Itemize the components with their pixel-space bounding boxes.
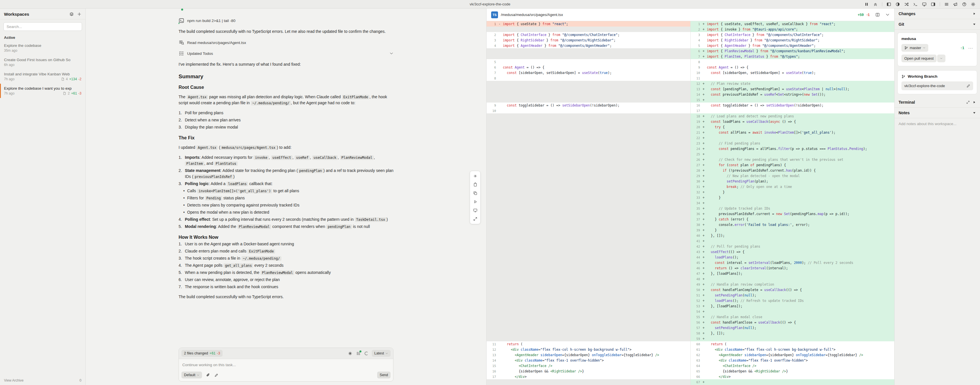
workspace-search-input[interactable]: Search... xyxy=(3,22,82,31)
version-dropdown[interactable]: Latest xyxy=(372,350,391,357)
shuffle-icon[interactable] xyxy=(904,2,909,6)
chevron-down-icon[interactable] xyxy=(885,13,890,17)
expand-icon[interactable] xyxy=(473,217,477,221)
actions-burst-icon[interactable] xyxy=(348,351,352,356)
diff-line xyxy=(487,243,690,249)
terminal-section-header[interactable]: Terminal xyxy=(894,97,980,108)
diff-line: 57+ setPendingPlan(null); xyxy=(690,325,894,331)
inline-code: ExitPlanMode xyxy=(342,95,370,99)
numbered-list: 1.User is on the Agent page with a Docke… xyxy=(178,241,393,290)
help-icon[interactable] xyxy=(962,2,967,6)
diff-line: 4import { RightSidebar } from "@/compone… xyxy=(690,37,894,43)
diff-line: 11 xyxy=(690,75,894,81)
contrast-icon[interactable] xyxy=(896,2,900,6)
add-workspace-icon[interactable] xyxy=(77,12,81,16)
inline-code: PlanItem xyxy=(185,161,204,166)
workspace-title: Create Good First Issues on Github So xyxy=(4,58,81,62)
read-icon xyxy=(178,40,184,45)
diff-line: 19+ const loadPlans = useCallback(async … xyxy=(690,119,894,124)
diff-line: 56+ const handlePlanClose = useCallback(… xyxy=(690,320,894,325)
collapse-icon[interactable] xyxy=(473,174,477,178)
copy-icon[interactable] xyxy=(473,191,477,196)
play-icon[interactable] xyxy=(473,200,477,204)
workspace-item[interactable]: Explore the codebase35m ago xyxy=(0,41,86,55)
list-item: 1.Imports: Added necessary imports for i… xyxy=(178,154,393,167)
tool-call-row[interactable]: Read medusa/src/pages/Agent.tsx xyxy=(178,40,393,45)
diff-line: 11 return ( xyxy=(487,341,690,347)
diff-line xyxy=(487,130,690,135)
files-changed-chip[interactable]: 2 files changed +61 -3 xyxy=(181,350,223,357)
more-options-icon[interactable]: ··· xyxy=(968,46,973,50)
diff-line: 27+ for (const plan of pendingPlans) { xyxy=(690,162,894,168)
git-section-header[interactable]: Git xyxy=(894,19,980,30)
diff-line: 6const Agent = () => { xyxy=(487,65,690,70)
terminal-icon xyxy=(178,18,184,24)
changes-section-header[interactable]: Changes xyxy=(894,9,980,19)
list-item: 3.The hook script creates a file in ~/.m… xyxy=(178,255,393,261)
expand-icon[interactable] xyxy=(966,100,970,104)
inline-code: useEffect xyxy=(271,155,293,160)
megaphone-icon[interactable] xyxy=(953,2,958,6)
pause-icon[interactable] xyxy=(864,2,869,6)
divider xyxy=(882,2,882,6)
clipboard-icon[interactable] xyxy=(473,183,477,187)
diff-line: 42+ // Poll for pending plans xyxy=(690,243,894,249)
notes-input[interactable]: Add notes about this workspace... xyxy=(894,118,980,129)
diff-line: 16 {sidebarOpen && <RightSidebar />} xyxy=(487,368,690,374)
archive-count: 0 xyxy=(80,379,81,382)
notes-section-header[interactable]: Notes xyxy=(894,108,980,118)
monitor-icon[interactable] xyxy=(473,208,477,213)
diff-line: 46+ return () => clearInterval(interval)… xyxy=(690,265,894,271)
triangle-right-icon xyxy=(972,12,976,16)
panel-left-icon[interactable] xyxy=(886,2,891,6)
diff-line: 50+ const handlePlanComplete = useCallba… xyxy=(690,287,894,293)
diff-line: 30+ setPendingPlan(plan); xyxy=(690,178,894,184)
gear-icon[interactable] xyxy=(971,2,975,6)
chevrons-up-icon[interactable] xyxy=(873,2,878,6)
working-branch-field[interactable]: vk/3ccf-explore-the-code xyxy=(901,81,973,90)
open-pull-request-button[interactable]: Open pull request xyxy=(901,54,937,62)
titlebar-actions xyxy=(864,2,980,6)
workspace-item[interactable]: Create Good First Issues on Github So6h … xyxy=(0,55,86,69)
send-button[interactable]: Send xyxy=(377,372,391,379)
edit-pen-icon[interactable] xyxy=(214,373,219,377)
diff-line: 15+ xyxy=(690,97,894,103)
list-item: 1.Poll for pending plans xyxy=(178,110,393,116)
chat-paragraph: I've implemented the fix. Here's a summa… xyxy=(178,61,393,67)
list-item: 5.When a new pending plan is detected, t… xyxy=(178,270,393,275)
workspace-item[interactable]: Explore the codebase I want you to exp7h… xyxy=(0,84,86,98)
workspace-item[interactable]: Install and integrate Vibe Kanban Web7h … xyxy=(0,69,86,84)
list-item: 5.Modal rendering: Added the PlanReviewM… xyxy=(178,224,393,230)
attach-file-icon[interactable] xyxy=(206,373,210,377)
chat-heading: Summary xyxy=(178,73,393,80)
terminal-icon[interactable] xyxy=(913,2,918,6)
pull-request-menu-button[interactable] xyxy=(937,54,945,62)
tool-call-label: Updated Todos xyxy=(187,51,213,56)
tool-call-row[interactable]: Updated Todos xyxy=(178,51,393,56)
diff-old-column: 1-import { useState } from "react";2impo… xyxy=(487,21,690,385)
diff-line: 5 xyxy=(487,59,690,65)
message-input[interactable]: Continue working on this task... xyxy=(179,359,393,370)
git-sidebar: Changes Git medusa master ↑1 ··· Open pu… xyxy=(894,9,980,385)
diff-line: 4import { AgentHeader } from "@/componen… xyxy=(487,43,690,48)
panel-right-icon[interactable] xyxy=(931,2,935,6)
tool-call-row[interactable]: npm run build 2>&1 | tail -80 xyxy=(178,18,393,24)
repo-card: medusa master ↑1 ··· Open pull request xyxy=(897,33,977,66)
list-item: 4.Polling effect: Set up a polling inter… xyxy=(178,216,393,223)
model-dropdown[interactable]: Default xyxy=(181,372,202,379)
diff-line xyxy=(487,97,690,103)
monitor-icon[interactable] xyxy=(922,2,927,6)
todos-status-icon[interactable] xyxy=(356,351,361,356)
diff-line xyxy=(487,282,690,287)
workspace-stats: 4+134-2 xyxy=(61,77,81,81)
split-view-icon[interactable] xyxy=(875,13,880,17)
layers-icon[interactable] xyxy=(69,12,74,16)
chat-paragraph: The build completed successfully with no… xyxy=(178,294,393,300)
view-archive-link[interactable]: View Archive xyxy=(4,379,24,382)
menu-icon[interactable] xyxy=(944,2,949,6)
branch-selector[interactable]: master xyxy=(901,44,928,52)
diff-new-column: 1+import { useState, useEffect, useRef, … xyxy=(690,21,894,385)
chevron-down-icon[interactable] xyxy=(390,51,393,56)
diff-line: 65 {sidebarOpen && <RightSidebar />} xyxy=(690,368,894,374)
list-item: 1.User is on the Agent page with a Docke… xyxy=(178,241,393,247)
